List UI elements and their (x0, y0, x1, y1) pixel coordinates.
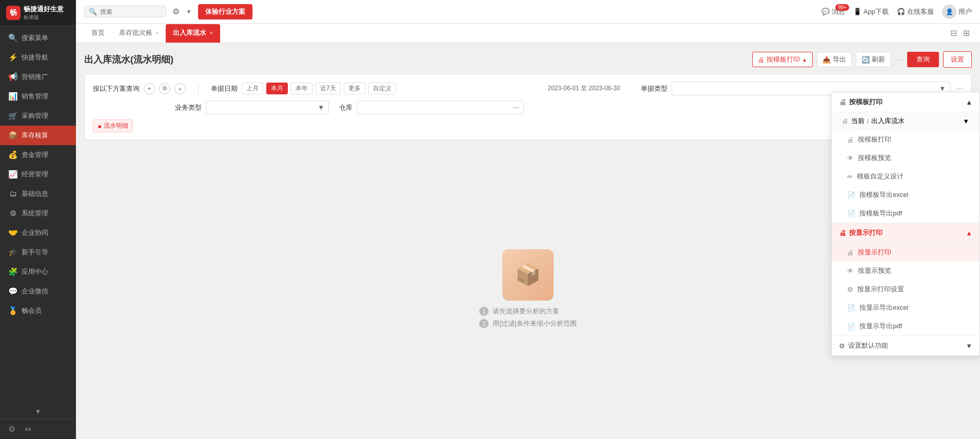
biztype-select[interactable]: ▼ (206, 101, 329, 114)
date-range: 2023-06-01 至 2023-06-30 (547, 84, 620, 93)
shortcut-icon: ⚡ (8, 53, 17, 62)
sidebar-label-finance: 资金管理 (22, 150, 48, 159)
topbar-gear-icon[interactable]: ⚙ (172, 7, 180, 16)
user-info[interactable]: 👤 用户 (942, 5, 972, 19)
tab-home[interactable]: 首页 (84, 24, 112, 43)
tab-maximize-icon[interactable]: ⊞ (961, 27, 972, 39)
topbar-right: 💬 消息 99+ 📱 App下载 🎧 在线客服 👤 用户 (821, 5, 972, 19)
sidebar-label-weixin: 企业微信 (22, 287, 48, 296)
sidebar-item-weixin[interactable]: 💬 企业微信 (0, 282, 76, 301)
settings-button[interactable]: 设置 (943, 51, 972, 68)
current-template-row[interactable]: 🖨 当前：出入库流水 ▼ (832, 112, 979, 130)
tab-batch[interactable]: 库存批次账 × (112, 24, 166, 43)
empty-step-2: 2 用[过滤]条件来缩小分析范围 (479, 319, 576, 328)
template-print-section-header[interactable]: 🖨 按模板打印 ▲ (832, 92, 979, 112)
trial-button[interactable]: 体验行业方案 (198, 4, 252, 19)
dp-excel2-icon: 📄 (847, 304, 855, 312)
collapse-filter-btn[interactable]: « (174, 83, 186, 94)
sidebar-item-purchase[interactable]: 🛒 采购管理 (0, 106, 76, 126)
warehouse-select[interactable]: ⋯ (357, 101, 524, 114)
date-this-year[interactable]: 本年 (291, 83, 312, 94)
dp-display-printer-icon: 🖨 (847, 249, 854, 256)
tab-batch-close[interactable]: × (155, 30, 159, 36)
sidebar-item-sales[interactable]: 📊 销售管理 (0, 87, 76, 106)
collapse-sidebar-icon[interactable]: ⇔ (25, 424, 31, 434)
dp-display-pdf[interactable]: 📄 按显示导出pdf (832, 317, 979, 335)
date-last-month[interactable]: 上月 (242, 83, 263, 94)
apps-icon: 🧩 (8, 267, 17, 276)
export-icon: 📤 (822, 56, 831, 64)
logo-sub: 标准版 (24, 14, 64, 21)
dp-template-customize[interactable]: ✏ 模板自定义设计 (832, 167, 979, 186)
biztype-arrow: ▼ (318, 104, 324, 111)
messages-btn[interactable]: 💬 消息 99+ (821, 7, 845, 16)
sidebar-item-finance[interactable]: 💰 资金管理 (0, 145, 76, 165)
sidebar-item-marketing[interactable]: 📢 营销推广 (0, 67, 76, 87)
online-service-btn[interactable]: 🎧 在线客服 (897, 7, 934, 16)
dp-template-excel[interactable]: 📄 按模板导出excel (832, 186, 979, 204)
finance-icon: 💰 (8, 150, 17, 159)
sidebar-item-basic[interactable]: 🗂 基础信息 (0, 184, 76, 204)
doctype-more-icon[interactable]: ⋯ (956, 85, 963, 92)
dp-printer-icon: 🖨 (847, 136, 854, 144)
app-logo-icon: 畅 (6, 6, 21, 20)
sidebar-item-system[interactable]: ⚙ 系统管理 (0, 204, 76, 223)
tab-flow-close[interactable]: × (209, 30, 212, 36)
sidebar-label-operation: 经营管理 (22, 170, 48, 179)
date-this-month[interactable]: 本月 (266, 83, 288, 94)
tab-flow[interactable]: 出入库流水 × (166, 24, 220, 43)
tab-minimize-icon[interactable]: ⊟ (948, 27, 959, 39)
dp-template-pdf[interactable]: 📄 按模板导出pdf (832, 204, 979, 223)
date-more[interactable]: 更多 (344, 83, 365, 94)
sidebar-item-inventory[interactable]: 📦 库存核算 (0, 126, 76, 145)
filter-tag-liushui[interactable]: ● 流水明细 (93, 119, 133, 132)
logo-text: 畅捷通好生意 标准版 (24, 5, 64, 21)
topbar-search-box[interactable]: 🔍 (84, 6, 166, 17)
page-title: 出入库流水(流水明细) (84, 53, 173, 66)
export-btn[interactable]: 📤 导出 (817, 52, 852, 67)
sidebar-item-operation[interactable]: 📈 经营管理 (0, 165, 76, 184)
print-template-btn[interactable]: 🖨 按模板打印 ▲ (752, 52, 813, 67)
dp-display-excel[interactable]: 📄 按显示导出excel (832, 298, 979, 317)
query-button[interactable]: 查询 (907, 52, 939, 67)
sidebar-label-purchase: 采购管理 (22, 111, 48, 121)
date-custom[interactable]: 自定义 (368, 83, 396, 94)
sidebar-item-newbie[interactable]: 🎓 新手引导 (0, 243, 76, 262)
sidebar-item-search[interactable]: 🔍 搜索菜单 (0, 28, 76, 48)
dp-footer[interactable]: ⚙ 设置默认功能 ▼ (832, 335, 979, 355)
sidebar-label-search: 搜索菜单 (22, 33, 48, 43)
sidebar-label-member: 畅会员 (22, 306, 42, 315)
sidebar-item-shortcut[interactable]: ⚡ 快捷导航 (0, 48, 76, 67)
headset-icon: 🎧 (897, 8, 905, 15)
dp-template-print[interactable]: 🖨 按模板打印 (832, 130, 979, 149)
dp-display-settings[interactable]: ⚙ 按显示打印设置 (832, 280, 979, 298)
settings-bottom-icon[interactable]: ⚙ (8, 424, 15, 434)
sidebar-scroll-down[interactable]: ▼ (0, 405, 76, 418)
sidebar-menu: 🔍 搜索菜单 ⚡ 快捷导航 📢 营销推广 📊 销售管理 🛒 采购管理 📦 库存核… (0, 26, 76, 405)
dp-display-settings-icon: ⚙ (847, 286, 853, 293)
topbar-dropdown-arrow[interactable]: ▼ (186, 8, 192, 15)
export-label: 导出 (833, 55, 846, 64)
dp-display-preview-icon: 👁 (847, 267, 854, 275)
date-7days[interactable]: 近7天 (316, 83, 341, 94)
sidebar-item-apps[interactable]: 🧩 应用中心 (0, 262, 76, 282)
app-download-btn[interactable]: 📱 App下载 (853, 7, 889, 16)
refresh-btn[interactable]: 🔄 刷新 (856, 52, 891, 67)
display-print-section-header[interactable]: 🖨 按显示打印 ▲ (832, 223, 979, 243)
sidebar-item-collab[interactable]: 🤝 企业协同 (0, 223, 76, 243)
settings-filter-btn[interactable]: ⚙ (159, 83, 170, 94)
search-input[interactable] (100, 8, 156, 15)
dp-display-pdf-label: 按显示导出pdf (859, 322, 902, 331)
add-filter-btn[interactable]: + (144, 83, 155, 94)
search-icon: 🔍 (8, 33, 17, 43)
sidebar-label-inventory: 库存核算 (22, 131, 48, 140)
current-template-label: 当前：出入库流水 (851, 116, 905, 126)
print-template-label: 按模板打印 (767, 55, 800, 64)
warehouse-filter: 仓库 ⋯ (339, 101, 524, 114)
dp-display-preview[interactable]: 👁 按显示预览 (832, 262, 979, 280)
sidebar-label-basic: 基础信息 (22, 189, 48, 198)
marketing-icon: 📢 (8, 72, 17, 82)
dp-template-preview[interactable]: 👁 按模板预览 (832, 149, 979, 167)
sidebar-item-member[interactable]: 🏅 畅会员 (0, 301, 76, 321)
dp-display-print[interactable]: 🖨 按显示打印 (832, 243, 979, 262)
